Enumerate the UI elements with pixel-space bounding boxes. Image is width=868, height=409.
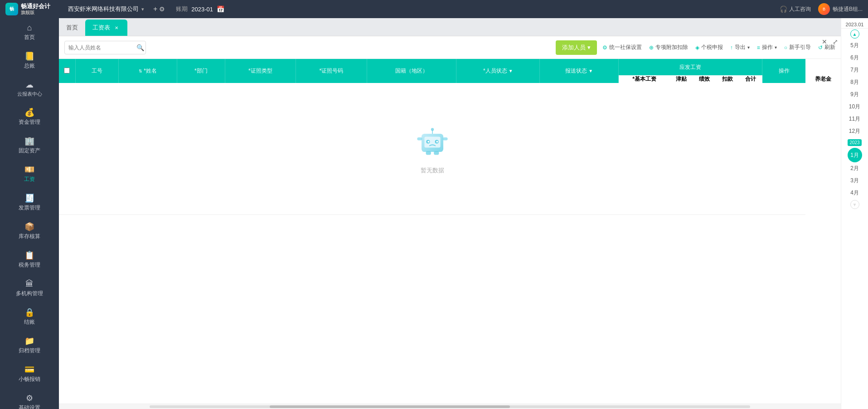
sidebar-item-assets[interactable]: 🏢 固定资产: [0, 131, 59, 160]
month-item-12[interactable]: 12月: [841, 125, 868, 137]
svg-rect-10: [426, 151, 431, 155]
archive-icon: 📁: [24, 337, 34, 345]
account-period-value: 2023-01: [191, 6, 213, 13]
sidebar-item-tax[interactable]: 📋 税务管理: [0, 246, 59, 274]
sidebar-item-expense[interactable]: 💳 小畅报销: [0, 360, 59, 389]
header-settings-btn[interactable]: ⚙: [159, 5, 165, 13]
ledger-icon: 📒: [24, 52, 34, 60]
multi-org-icon: 🏛: [25, 280, 34, 288]
scroll-thumb[interactable]: [270, 405, 510, 408]
user-area[interactable]: B 畅捷通B组...: [818, 3, 863, 15]
export-icon: ↑: [730, 44, 733, 51]
company-dropdown-icon[interactable]: ▾: [141, 6, 144, 12]
add-person-button[interactable]: 添加人员 ▾: [556, 40, 597, 55]
month-item-10[interactable]: 10月: [841, 101, 868, 113]
search-input[interactable]: [68, 44, 136, 51]
sidebar-item-salary[interactable]: 💴 工资: [0, 160, 59, 189]
month-item-5[interactable]: 5月: [841, 39, 868, 52]
sidebar-label-archive: 归档管理: [19, 347, 40, 355]
plus-icon[interactable]: +: [153, 5, 157, 13]
export-btn[interactable]: ↑ 导出 ▾: [730, 44, 750, 51]
th-performance: 绩效: [693, 75, 716, 83]
select-all-checkbox[interactable]: [64, 68, 70, 73]
month-item-1-active[interactable]: 1月: [848, 148, 862, 162]
sidebar-item-home[interactable]: ⌂ 首页: [0, 18, 59, 47]
th-person-status: *人员状态 ▼: [456, 59, 540, 83]
content-area: 首页 工资表 ✕ 🔍 添加人员 ▾ ⚙ 统一社保设置: [59, 18, 841, 409]
th-pension: 养老金: [805, 75, 841, 83]
tab-home-label: 首页: [66, 24, 78, 32]
bottom-scrollbar[interactable]: [59, 404, 841, 409]
tab-close-btn[interactable]: ✕: [113, 24, 120, 31]
svg-point-7: [431, 128, 433, 131]
empty-state-text: 暂无数据: [421, 166, 444, 175]
inventory-icon: 📦: [24, 223, 34, 231]
th-id-type: *证照类型: [225, 59, 296, 83]
social-security-btn[interactable]: ⚙ 统一社保设置: [602, 44, 642, 51]
table-container: 工号 ⇅ *姓名 *部门 *证照类型 *证照号码 国籍（地区）: [59, 59, 841, 404]
social-security-label: 统一社保设置: [609, 44, 642, 51]
sidebar-item-multi-org[interactable]: 🏛 多机构管理: [0, 274, 59, 303]
th-total: 合计: [739, 75, 762, 83]
empty-state: 暂无数据: [63, 87, 801, 211]
month-item-2[interactable]: 2月: [841, 162, 868, 175]
company-selector[interactable]: 西安虾米网络科技有限公司 ▾: [64, 3, 148, 15]
user-label: 畅捷通B组...: [833, 5, 863, 13]
headset-icon: 🎧: [780, 5, 787, 13]
sidebar-item-fund[interactable]: 💰 资金管理: [0, 103, 59, 131]
operations-icon: ≡: [757, 44, 760, 51]
th-operations: 操作: [762, 59, 806, 83]
month-item-3[interactable]: 3月: [841, 175, 868, 187]
export-dropdown-icon: ▾: [747, 45, 750, 50]
salary-table: 工号 ⇅ *姓名 *部门 *证照类型 *证照号码 国籍（地区）: [59, 59, 841, 215]
sidebar-item-invoice[interactable]: 🧾 发票管理: [0, 189, 59, 217]
month-nav-up[interactable]: ▲: [850, 29, 859, 39]
report-status-filter-icon[interactable]: ▼: [588, 68, 593, 73]
filter-bar: 🔍 添加人员 ▾ ⚙ 统一社保设置 ⊕ 专项附加扣除 ◈ 个税申报: [59, 36, 841, 59]
search-wrap: 🔍: [64, 41, 146, 54]
empty-state-row: 暂无数据: [59, 83, 841, 215]
svg-rect-11: [434, 151, 439, 155]
sidebar-item-inventory[interactable]: 📦 库存核算: [0, 217, 59, 246]
service-btn[interactable]: 🎧 人工咨询: [780, 5, 811, 13]
month-item-9[interactable]: 9月: [841, 88, 868, 101]
operations-btn[interactable]: ≡ 操作 ▾: [757, 44, 777, 51]
main-layout: ⌂ 首页 📒 总账 ☁ 云报表中心 💰 资金管理 🏢 固定资产 💴 工资 🧾 发…: [0, 18, 868, 409]
sidebar-item-settings[interactable]: ⚙ 基础设置: [0, 389, 59, 409]
guide-btn[interactable]: ○ 新手引导: [784, 44, 811, 51]
settings-icon: ⚙: [26, 394, 33, 402]
special-deduction-label: 专项附加扣除: [655, 44, 688, 51]
th-department: *部门: [177, 59, 225, 83]
add-person-dropdown-icon: ▾: [587, 44, 591, 51]
gear-icon[interactable]: ⚙: [159, 5, 165, 13]
tab-home[interactable]: 首页: [59, 19, 85, 36]
sidebar-label-close: 结账: [24, 318, 35, 326]
svg-point-4: [427, 141, 429, 143]
month-item-7[interactable]: 7月: [841, 64, 868, 76]
calendar-icon[interactable]: 📅: [217, 5, 224, 13]
header-add-btn[interactable]: +: [153, 5, 157, 13]
month-item-11[interactable]: 11月: [841, 113, 868, 125]
panel-close-button[interactable]: ✕: [820, 37, 829, 46]
account-period-label: 账期: [176, 5, 188, 13]
panel-expand-button[interactable]: ⤢: [831, 37, 840, 46]
month-item-4[interactable]: 4月: [841, 187, 868, 199]
sidebar-item-archive[interactable]: 📁 归档管理: [0, 331, 59, 360]
sidebar-item-ledger[interactable]: 📒 总账: [0, 47, 59, 75]
personal-tax-icon: ◈: [695, 44, 699, 51]
month-nav-down[interactable]: ▼: [850, 200, 859, 209]
month-item-8[interactable]: 8月: [841, 76, 868, 88]
tab-salary[interactable]: 工资表 ✕: [85, 19, 127, 36]
app-logo: 畅: [5, 3, 18, 15]
special-deduction-btn[interactable]: ⊕ 专项附加扣除: [649, 44, 688, 51]
top-header: 畅 畅通好会计 旗舰版 西安虾米网络科技有限公司 ▾ + ⚙ 账期 2023-0…: [0, 0, 868, 18]
personal-tax-btn[interactable]: ◈ 个税申报: [695, 44, 723, 51]
tab-bar: 首页 工资表 ✕: [59, 18, 841, 36]
sidebar-item-cloud-reports[interactable]: ☁ 云报表中心: [0, 75, 59, 103]
company-name: 西安虾米网络科技有限公司: [68, 5, 139, 13]
person-status-filter-icon[interactable]: ▼: [509, 68, 513, 73]
home-icon: ⌂: [27, 24, 32, 32]
month-item-6[interactable]: 6月: [841, 52, 868, 64]
sidebar-item-close[interactable]: 🔒 结账: [0, 303, 59, 331]
social-security-icon: ⚙: [602, 44, 607, 51]
